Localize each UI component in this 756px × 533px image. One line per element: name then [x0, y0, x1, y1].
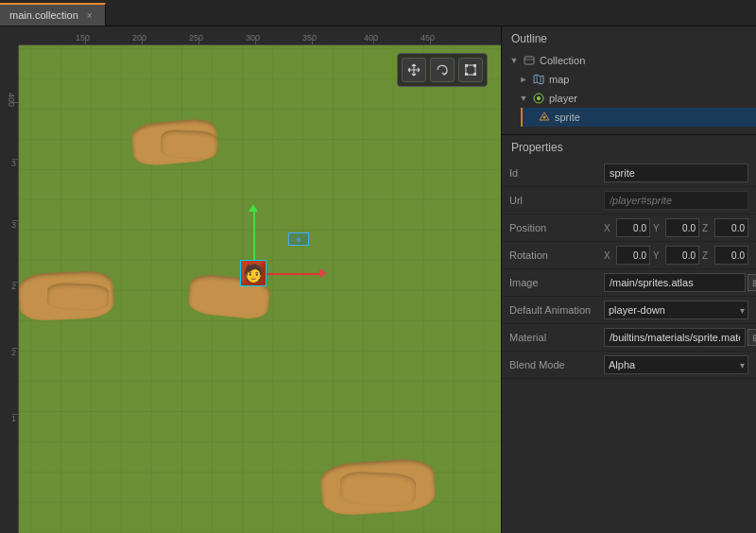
- material-link-button[interactable]: ⊞: [747, 329, 756, 346]
- prop-default-anim-row: Default Animation player-down player-up …: [502, 297, 756, 324]
- dirt-patch-2: [160, 129, 217, 160]
- prop-id-row: Id: [502, 160, 756, 187]
- outline-section-header: Outline: [502, 26, 756, 51]
- svg-point-11: [537, 96, 541, 100]
- transform-arrowhead-up: [249, 204, 258, 212]
- ruler-mark-350: 350: [302, 33, 317, 43]
- svg-marker-7: [534, 75, 543, 84]
- svg-point-12: [543, 116, 546, 119]
- tab-close-button[interactable]: ×: [84, 9, 95, 21]
- expand-player-icon: ▼: [519, 94, 528, 103]
- player-character-icon: 🧑: [243, 263, 264, 284]
- prop-blend-mode-row: Blend Mode Alpha Add Multiply: [502, 352, 756, 379]
- right-panel: Outline ▼ Collection ►: [501, 26, 756, 533]
- outline-item-sprite[interactable]: sprite: [521, 108, 756, 127]
- svg-rect-1: [465, 64, 468, 67]
- sprite-label: sprite: [555, 112, 580, 123]
- move-tool-button[interactable]: [402, 58, 426, 82]
- player-label: player: [549, 93, 577, 104]
- scale-tool-button[interactable]: [458, 58, 483, 82]
- pos-y-label: Y: [653, 223, 662, 233]
- prop-rotation-xyz: X Y Z: [604, 246, 748, 265]
- position-indicator: ⊕: [288, 232, 309, 246]
- map-icon: [532, 73, 545, 86]
- main-collection-tab[interactable]: main.collection ×: [0, 3, 106, 26]
- player-icon: [532, 92, 545, 105]
- rotate-tool-button[interactable]: [430, 58, 455, 82]
- pos-y-input[interactable]: [665, 218, 699, 237]
- ruler-mark-200: 200: [132, 33, 146, 43]
- properties-section-header: Properties: [502, 135, 756, 160]
- rot-z-label: Z: [702, 250, 712, 261]
- prop-id-value: [604, 163, 748, 182]
- prop-image-input[interactable]: [604, 273, 746, 292]
- svg-rect-4: [473, 73, 476, 76]
- prop-material-input[interactable]: [604, 328, 746, 347]
- prop-url-row: Url: [502, 187, 756, 215]
- svg-rect-2: [473, 64, 476, 67]
- outline-item-collection[interactable]: ▼ Collection: [502, 51, 756, 70]
- map-label: map: [549, 74, 569, 85]
- outline-section: Outline ▼ Collection ►: [502, 26, 756, 135]
- prop-material-value: ⊞ …: [604, 328, 756, 347]
- collection-icon: [523, 54, 536, 67]
- rot-x-input[interactable]: [616, 246, 650, 265]
- expand-collection-icon: ▼: [509, 56, 519, 65]
- outline-item-player[interactable]: ▼ player: [511, 89, 756, 108]
- prop-url-input[interactable]: [604, 191, 748, 210]
- ruler-mark-v300: 3: [11, 220, 16, 230]
- prop-default-anim-select-wrapper: player-down player-up player-left player…: [604, 301, 748, 319]
- rot-y-label: Y: [653, 250, 662, 261]
- player-sprite[interactable]: 🧑: [240, 260, 266, 286]
- ruler-mark-400: 400: [364, 33, 378, 43]
- sprite-icon: [538, 111, 551, 124]
- svg-rect-3: [465, 73, 468, 76]
- ruler-mark-v200: 2: [11, 348, 16, 357]
- rot-x-label: X: [604, 250, 613, 261]
- prop-url-label: Url: [509, 195, 604, 206]
- prop-image-value: ⊞ …: [604, 273, 756, 292]
- prop-material-row: Material ⊞ …: [502, 324, 756, 352]
- svg-rect-5: [524, 57, 534, 64]
- rot-z-input[interactable]: [714, 246, 748, 265]
- prop-blend-mode-select-wrapper: Alpha Add Multiply: [604, 355, 748, 374]
- pos-z-input[interactable]: [714, 218, 748, 237]
- transform-arrow-up: [253, 211, 255, 263]
- prop-position-row: Position X Y Z: [502, 215, 756, 242]
- prop-rotation-row: Rotation X Y Z: [502, 242, 756, 269]
- collection-label: Collection: [540, 55, 585, 66]
- prop-image-label: Image: [509, 277, 604, 288]
- ruler-mark-v400: 400: [7, 93, 16, 107]
- prop-material-label: Material: [509, 332, 604, 343]
- pos-x-input[interactable]: [616, 218, 650, 237]
- canvas-area[interactable]: 150 200 250 300 350 400 450 400 3 3 2 2: [0, 26, 501, 533]
- prop-url-value: [604, 191, 748, 210]
- transform-arrowhead-right: [319, 268, 327, 278]
- properties-section: Properties Id Url Position X: [502, 135, 756, 533]
- tab-label: main.collection: [9, 9, 78, 21]
- prop-default-anim-label: Default Animation: [509, 304, 604, 316]
- dirt-patch-4: [47, 283, 110, 311]
- prop-id-input[interactable]: [604, 163, 748, 182]
- dirt-patch-7: [339, 471, 417, 507]
- ruler-mark-v250: 2: [11, 282, 16, 291]
- prop-rotation-label: Rotation: [509, 249, 604, 261]
- prop-blend-mode-select[interactable]: Alpha Add Multiply: [604, 355, 748, 374]
- prop-position-xyz: X Y Z: [604, 218, 748, 237]
- ruler-mark-450: 450: [421, 33, 435, 43]
- rot-y-input[interactable]: [665, 246, 699, 265]
- ruler-mark-150: 150: [76, 33, 90, 43]
- ruler-mark-300: 300: [246, 33, 260, 43]
- pos-z-label: Z: [702, 223, 712, 233]
- prop-default-anim-select[interactable]: player-down player-up player-left player…: [604, 301, 748, 319]
- expand-sprite-icon: [530, 112, 534, 122]
- outline-item-map[interactable]: ► map: [511, 70, 756, 89]
- image-link-button[interactable]: ⊞: [747, 274, 756, 291]
- prop-image-row: Image ⊞ …: [502, 269, 756, 297]
- ruler-corner: [0, 26, 19, 45]
- expand-map-icon: ►: [519, 75, 528, 84]
- ruler-top: 150 200 250 300 350 400 450: [19, 26, 501, 45]
- main-layout: 150 200 250 300 350 400 450 400 3 3 2 2: [0, 26, 756, 533]
- prop-blend-mode-label: Blend Mode: [509, 359, 604, 370]
- ruler-mark-v350: 3: [11, 159, 16, 168]
